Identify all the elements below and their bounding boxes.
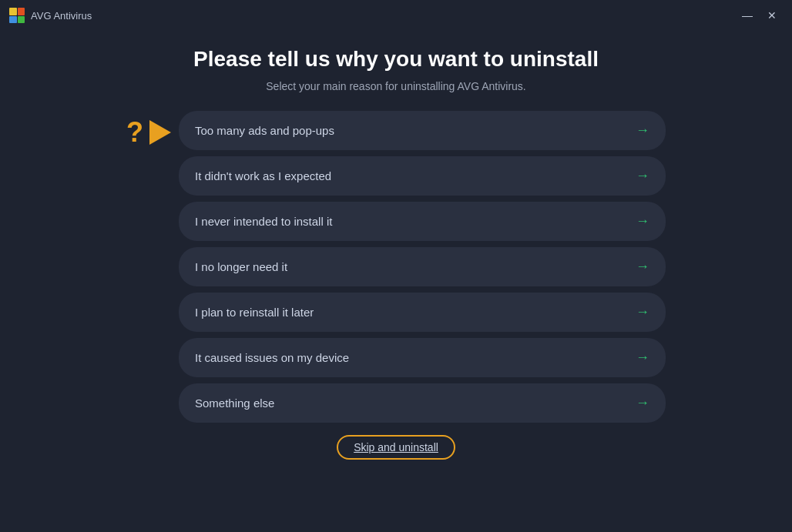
skip-area: Skip and uninstall <box>337 435 455 460</box>
title-bar: AVG Antivirus — ✕ <box>0 0 792 31</box>
option-arrow-no_longer_need: → <box>636 259 649 275</box>
icon-q2 <box>18 8 25 15</box>
main-content: Please tell us why you want to uninstall… <box>0 31 792 532</box>
option-label-no_longer_need: I no longer need it <box>195 260 287 273</box>
option-item-something_else[interactable]: Something else→ <box>179 383 666 423</box>
option-label-ads: Too many ads and pop-ups <box>195 124 334 137</box>
title-bar-controls: — ✕ <box>737 5 783 26</box>
option-arrow-didnt_work: → <box>636 168 649 184</box>
option-arrow-never_intended: → <box>636 213 649 229</box>
left-icons: ? <box>126 119 171 146</box>
options-area: ? Too many ads and pop-ups→It didn't wor… <box>126 111 666 423</box>
icon-q1 <box>9 8 17 15</box>
question-mark-icon: ? <box>126 119 143 146</box>
title-bar-left: AVG Antivirus <box>9 8 92 23</box>
option-arrow-reinstall_later: → <box>636 304 649 320</box>
app-icon <box>9 8 25 23</box>
play-icon <box>149 120 171 145</box>
option-item-ads[interactable]: Too many ads and pop-ups→ <box>179 111 666 150</box>
icon-q3 <box>9 16 17 24</box>
option-label-caused_issues: It caused issues on my device <box>195 351 349 364</box>
option-arrow-ads: → <box>636 122 649 139</box>
option-label-something_else: Something else <box>195 396 274 410</box>
option-item-didnt_work[interactable]: It didn't work as I expected→ <box>179 156 666 196</box>
icon-q4 <box>18 16 25 24</box>
skip-uninstall-button[interactable]: Skip and uninstall <box>337 435 455 460</box>
option-item-reinstall_later[interactable]: I plan to reinstall it later→ <box>179 293 666 332</box>
option-arrow-caused_issues: → <box>636 350 649 366</box>
option-item-caused_issues[interactable]: It caused issues on my device→ <box>179 338 666 377</box>
option-item-never_intended[interactable]: I never intended to install it→ <box>179 202 666 241</box>
option-label-didnt_work: It didn't work as I expected <box>195 169 331 182</box>
option-arrow-something_else: → <box>636 395 649 411</box>
option-item-no_longer_need[interactable]: I no longer need it→ <box>179 247 666 286</box>
page-subtitle: Select your main reason for uninstalling… <box>266 80 525 92</box>
minimize-button[interactable]: — <box>737 5 758 26</box>
close-button[interactable]: ✕ <box>761 5 783 26</box>
page-title: Please tell us why you want to uninstall <box>193 46 599 72</box>
option-label-reinstall_later: I plan to reinstall it later <box>195 306 314 319</box>
app-title: AVG Antivirus <box>31 10 92 22</box>
options-list: Too many ads and pop-ups→It didn't work … <box>179 111 666 423</box>
option-label-never_intended: I never intended to install it <box>195 215 332 228</box>
